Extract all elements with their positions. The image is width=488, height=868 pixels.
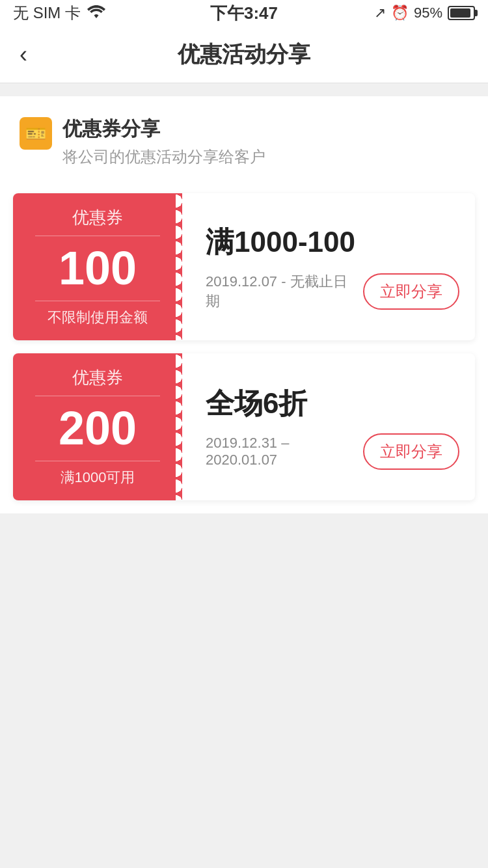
section-text-block: 优惠券分享 将公司的优惠活动分享给客户 — [62, 116, 265, 167]
coupon-date-0: 2019.12.07 - 无截止日期 — [206, 272, 357, 311]
coupon-meta-0: 2019.12.07 - 无截止日期 立即分享 — [206, 272, 459, 311]
coupon-date-1: 2019.12.31 – 2020.01.07 — [206, 435, 357, 468]
status-right: ↗ ⏰ 95% — [374, 5, 475, 21]
coupon-label-1: 优惠券 — [72, 366, 123, 389]
status-time: 下午3:47 — [210, 2, 278, 25]
coupon-meta-1: 2019.12.31 – 2020.01.07 立即分享 — [206, 433, 459, 470]
coupon-amount-0: 100 — [59, 243, 137, 294]
coupon-left-0: 优惠券 100 不限制使用金额 — [13, 193, 182, 340]
alarm-icon: ⏰ — [391, 5, 409, 21]
coupon-amount-1: 200 — [59, 403, 137, 454]
coupon-right-1: 全场6折 2019.12.31 – 2020.01.07 立即分享 — [182, 353, 475, 500]
coupon-right-0: 满1000-100 2019.12.07 - 无截止日期 立即分享 — [182, 193, 475, 340]
section-title: 优惠券分享 — [62, 116, 265, 142]
location-icon: ↗ — [374, 5, 386, 21]
share-button-1[interactable]: 立即分享 — [363, 433, 459, 470]
coupon-card: 优惠券 100 不限制使用金额 满1000-100 2019.12.07 - 无… — [13, 193, 475, 340]
coupon-condition-1: 满1000可用 — [61, 468, 135, 487]
section-header: 🎫 优惠券分享 将公司的优惠活动分享给客户 — [0, 96, 488, 180]
coupon-card: 优惠券 200 满1000可用 全场6折 2019.12.31 – 2020.0… — [13, 353, 475, 500]
section-icon: 🎫 — [20, 117, 52, 150]
share-button-0[interactable]: 立即分享 — [363, 273, 459, 310]
coupon-left-1: 优惠券 200 满1000可用 — [13, 353, 182, 500]
back-button[interactable]: ‹ — [20, 41, 27, 68]
status-bar: 无 SIM 卡 下午3:47 ↗ ⏰ 95% — [0, 0, 488, 26]
coupon-condition-0: 不限制使用金额 — [47, 308, 148, 327]
battery-icon — [448, 6, 475, 20]
gray-area — [0, 513, 488, 839]
coupon-title-0: 满1000-100 — [206, 223, 459, 262]
status-left: 无 SIM 卡 — [13, 3, 105, 23]
coupon-title-1: 全场6折 — [206, 385, 459, 423]
wifi-icon — [87, 4, 105, 22]
section-subtitle: 将公司的优惠活动分享给客户 — [62, 146, 265, 167]
carrier-text: 无 SIM 卡 — [13, 3, 81, 23]
nav-bar: ‹ 优惠活动分享 — [0, 26, 488, 83]
battery-percent: 95% — [414, 5, 442, 21]
coupon-list: 优惠券 100 不限制使用金额 满1000-100 2019.12.07 - 无… — [0, 180, 488, 513]
page-title: 优惠活动分享 — [178, 40, 310, 70]
coupon-label-0: 优惠券 — [72, 206, 123, 229]
